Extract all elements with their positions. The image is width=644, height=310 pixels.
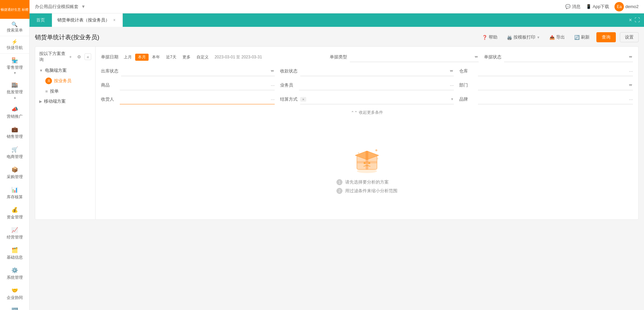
header-right-actions: 💬 消息 📱 App下载 Ea demo2: [565, 2, 639, 11]
svg-point-6: [358, 152, 359, 154]
date-tab-last-month[interactable]: 上月: [121, 54, 135, 61]
export-button[interactable]: 📤 导出: [547, 33, 568, 42]
breadcrumb-dropdown-icon[interactable]: ▼: [81, 4, 86, 9]
refresh-icon: 🔄: [574, 35, 580, 40]
sidebar-item-marketing[interactable]: 📣 营销推广: [0, 103, 29, 123]
sidebar-item-basic[interactable]: 🗂️ 基础信息: [0, 244, 29, 264]
settlement-tag: ×: [300, 97, 306, 102]
sidebar-item-search[interactable]: 🔍 搜索菜单: [0, 19, 29, 36]
empty-text-list: 1 请先选择要分析的方案 2 用过滤条件来缩小分析范围: [336, 179, 397, 194]
window-close-icon[interactable]: ×: [629, 17, 632, 23]
sidebar-item-cooperation[interactable]: 🤝 企业协同: [0, 284, 29, 304]
settlement-tag-clear[interactable]: ×: [302, 97, 304, 101]
receive-status-label: 收款状态: [280, 68, 298, 74]
sidebar-item-operations[interactable]: 📈 经营管理: [0, 223, 29, 244]
sidebar-item-finance[interactable]: 💰 资金管理: [0, 203, 29, 223]
tab-home[interactable]: 首页: [30, 13, 52, 27]
filter-sidebar-label: 按以下方案查询: [39, 51, 67, 63]
warehouse-control[interactable]: ···: [478, 66, 633, 76]
sidebar-item-ecommerce[interactable]: 🛒 电商管理: [0, 143, 29, 163]
print-dropdown-icon: ▼: [537, 36, 540, 39]
date-range-text: 2023-03-01 至 2023-03-31: [215, 54, 262, 60]
settings-plan-button[interactable]: ⚙: [76, 53, 83, 60]
wholesale-icon: 🏬: [11, 82, 18, 88]
doc-type-control[interactable]: ▼: [350, 52, 479, 62]
purchase-icon: 📦: [11, 166, 18, 173]
goods-control[interactable]: ···: [120, 80, 275, 90]
page-content: 销货单统计表(按业务员) ❓ 帮助 🖨️ 按模板打印 ▼ 📤 导出 🔄 刷: [30, 27, 644, 310]
mobile-plan-section[interactable]: ▶ 移动端方案: [35, 96, 95, 106]
sidebar-item-quick-nav[interactable]: ⚡ 快捷导航: [0, 36, 29, 54]
receiver-control[interactable]: ···: [120, 94, 275, 104]
salesman-field: 业务员 ···: [280, 80, 454, 90]
app-logo[interactable]: 畅捷通好生意 标赠: [0, 0, 30, 19]
date-tab-7days[interactable]: 近7天: [163, 54, 179, 61]
tab-active[interactable]: 销货单统计表（按业务员） ×: [52, 13, 123, 27]
salesman-control[interactable]: ···: [299, 80, 454, 90]
date-tab-this-year[interactable]: 本年: [149, 54, 163, 61]
sidebar-item-newbie[interactable]: 🆕 新手引导: [0, 304, 29, 310]
dept-control[interactable]: ▼: [478, 80, 633, 90]
date-tab-more[interactable]: 更多: [180, 54, 193, 61]
refresh-button[interactable]: 🔄 刷新: [572, 33, 592, 42]
active-plan-item[interactable]: 员 按业务员: [35, 75, 95, 86]
user-menu-button[interactable]: Ea demo2: [614, 2, 639, 11]
date-label: 单据日期: [101, 54, 118, 60]
operations-icon: 📈: [11, 227, 18, 233]
dept-field: 部门 ▼: [459, 80, 633, 90]
dept-label: 部门: [459, 82, 475, 88]
sidebar-item-inventory[interactable]: 📊 库存核算: [0, 183, 29, 203]
tab-bar-right: × ⛶: [625, 13, 644, 27]
sidebar-item-retail[interactable]: 🏪 零售管理 ▼: [0, 54, 29, 78]
receive-status-arrow-icon: ▼: [450, 69, 454, 73]
inventory-icon: 📊: [11, 187, 18, 193]
goods-dots[interactable]: ···: [271, 83, 275, 88]
out-status-label: 出库状态: [101, 68, 118, 74]
add-plan-button[interactable]: +: [67, 53, 74, 60]
tab-close-icon[interactable]: ×: [112, 17, 117, 23]
tab-bar: 首页 销货单统计表（按业务员） × × ⛶: [30, 13, 644, 27]
receive-status-control[interactable]: ▼: [300, 66, 454, 76]
warehouse-dots[interactable]: ···: [629, 68, 633, 74]
pc-plan-arrow-icon: ▼: [39, 68, 43, 72]
salesman-dots[interactable]: ···: [450, 83, 454, 88]
export-icon: 📤: [549, 35, 555, 40]
sidebar-item-sales[interactable]: 💼 销售管理: [0, 123, 29, 143]
collapse-more-button[interactable]: ⌃⌃ 收起更多条件: [101, 108, 633, 117]
message-button[interactable]: 💬 消息: [565, 4, 581, 10]
sidebar-item-system[interactable]: ⚙️ 系统管理: [0, 264, 29, 284]
brand-control[interactable]: ···: [478, 94, 633, 104]
download-icon: 📱: [586, 4, 591, 9]
settings-button[interactable]: 设置: [620, 32, 639, 42]
settlement-control[interactable]: × ▼: [300, 94, 454, 104]
date-tab-this-month[interactable]: 本月: [135, 54, 149, 61]
receiver-dots[interactable]: ···: [271, 97, 275, 102]
print-button[interactable]: 🖨️ 按模板打印 ▼: [504, 33, 543, 42]
hint-number-1: 1: [336, 179, 342, 185]
out-status-control[interactable]: ▼: [121, 66, 275, 76]
sidebar-item-purchase[interactable]: 📦 采购管理: [0, 163, 29, 183]
svg-rect-4: [357, 161, 377, 163]
app-download-button[interactable]: 📱 App下载: [586, 4, 609, 10]
pc-plan-label: 电脑端方案: [45, 67, 67, 73]
date-tab-custom[interactable]: 自定义: [194, 54, 211, 61]
goods-field: 商品 ···: [101, 80, 275, 90]
window-maximize-icon[interactable]: ⛶: [635, 17, 640, 23]
filter-row-3: 商品 ··· 业务员 ··· 部门 ▼: [101, 80, 633, 90]
pc-plan-section[interactable]: ▼ 电脑端方案: [35, 65, 95, 75]
sub-plan-item[interactable]: ≡ 按单: [35, 86, 95, 96]
mobile-plan-label: 移动端方案: [44, 98, 66, 104]
receiver-field: 收货人 ···: [101, 94, 275, 104]
content-layout: 按以下方案查询 + ⚙ « ▼ 电脑端方案 员 按业务员: [35, 46, 639, 220]
doc-status-control[interactable]: ▼: [504, 52, 633, 62]
basic-icon: 🗂️: [11, 247, 18, 253]
sidebar-item-wholesale[interactable]: 🏬 批发管理 ▲: [0, 78, 29, 103]
collapse-sidebar-button[interactable]: «: [85, 53, 91, 60]
query-button[interactable]: 查询: [596, 32, 616, 42]
brand-dots[interactable]: ···: [629, 97, 633, 102]
breadcrumb-area: 办公用品行业模拟账套 ▼: [35, 4, 86, 10]
help-button[interactable]: ❓ 帮助: [479, 33, 500, 42]
marketing-icon: 📣: [11, 106, 18, 112]
doc-type-field: 单据类型 ▼: [330, 52, 479, 62]
empty-hint-2: 2 用过滤条件来缩小分析范围: [336, 188, 397, 194]
